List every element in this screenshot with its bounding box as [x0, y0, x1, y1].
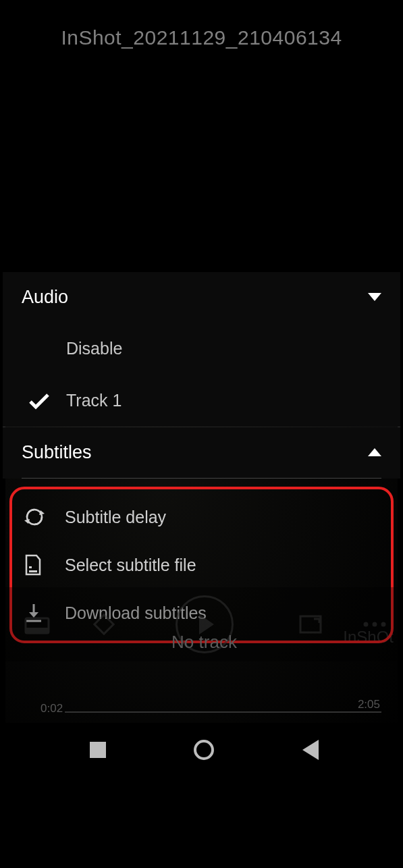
duration: 2:05 [358, 698, 380, 711]
check-icon [28, 392, 66, 410]
aspect-ratio-icon[interactable] [299, 615, 322, 634]
subtitle-delay-label: Subtitle delay [65, 508, 166, 527]
svg-point-14 [373, 622, 377, 627]
select-subtitle-file-label: Select subtitle file [65, 555, 196, 575]
audio-section-header[interactable]: Audio [3, 272, 400, 323]
subtitle-toggle-icon[interactable] [24, 614, 50, 634]
progress-bar[interactable] [65, 711, 381, 713]
android-nav-bar [5, 723, 403, 777]
subtitles-divider [22, 478, 381, 479]
nav-home-button[interactable] [194, 740, 214, 760]
subtitles-section-header[interactable]: Subtitles [3, 427, 400, 478]
audio-option-disable-label: Disable [66, 339, 122, 358]
nav-back-button[interactable] [302, 740, 319, 760]
svg-rect-5 [29, 570, 37, 572]
sync-icon [24, 507, 65, 527]
svg-marker-1 [368, 448, 381, 456]
svg-marker-0 [368, 293, 381, 301]
audio-option-track1-label: Track 1 [66, 391, 122, 410]
file-icon [24, 554, 65, 576]
collapse-up-icon [368, 448, 381, 458]
no-track-label: No track [171, 632, 237, 653]
subtitles-section-label: Subtitles [22, 442, 92, 463]
audio-section-label: Audio [22, 287, 68, 308]
player-controls: No track [5, 587, 403, 661]
svg-rect-11 [95, 615, 113, 634]
collapse-down-icon [368, 293, 381, 302]
audio-option-track1[interactable]: Track 1 [3, 375, 400, 427]
svg-rect-10 [26, 628, 49, 633]
video-title: InShot_20211129_210406134 [3, 3, 400, 49]
subtitle-delay-row[interactable]: Subtitle delay [12, 493, 391, 541]
rotate-icon[interactable] [92, 612, 116, 636]
audio-option-disable[interactable]: Disable [3, 323, 400, 375]
audio-section: Audio Disable Track 1 [3, 272, 400, 427]
current-time: 0:02 [41, 702, 63, 715]
nav-recents-button[interactable] [90, 742, 106, 758]
svg-rect-4 [29, 566, 32, 568]
more-icon[interactable] [362, 621, 387, 628]
svg-point-13 [364, 622, 369, 627]
svg-point-15 [381, 622, 386, 627]
app-frame: InShot_20211129_210406134 InShOt Audio D… [0, 0, 403, 868]
video-preview-area[interactable] [3, 49, 400, 272]
select-subtitle-file-row[interactable]: Select subtitle file [12, 541, 391, 589]
subtitles-section: Subtitles [3, 427, 400, 479]
